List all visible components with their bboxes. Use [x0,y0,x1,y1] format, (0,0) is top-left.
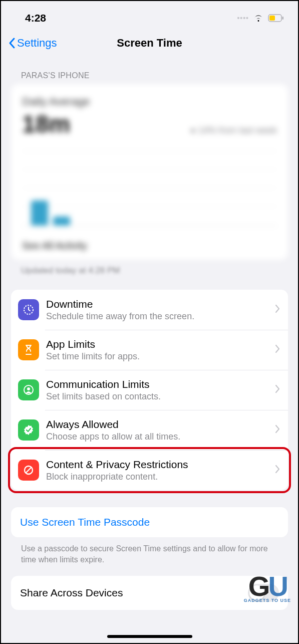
svg-rect-1 [282,17,284,20]
svg-line-7 [26,468,32,473]
chevron-right-icon [275,344,280,355]
home-indicator [107,635,192,638]
back-button[interactable]: Settings [8,37,57,50]
svg-point-5 [27,387,30,390]
share-across-devices-row[interactable]: Share Across Devices [11,576,288,610]
settings-list: Downtime Schedule time away from the scr… [11,290,288,490]
wifi-icon [253,14,264,22]
nav-header: Settings Screen Time [1,29,298,57]
item-title: Communication Limits [46,378,268,391]
item-sub: Block inappropriate content. [46,471,268,483]
item-communication-limits[interactable]: Communication Limits Set limits based on… [11,370,288,410]
item-title: App Limits [46,338,268,351]
chevron-right-icon [275,424,280,436]
item-sub: Schedule time away from the screen. [46,311,268,322]
see-all-activity[interactable]: See All Activity [22,240,277,252]
usage-delta: ● 14% from last week [190,125,277,136]
battery-icon [268,14,284,22]
item-always-allowed[interactable]: Always Allowed Choose apps to allow at a… [11,410,288,450]
share-toggle[interactable] [248,584,279,602]
hourglass-icon [18,339,39,360]
person-circle-icon [18,379,39,400]
item-sub: Choose apps to allow at all times. [46,431,268,443]
item-app-limits[interactable]: App Limits Set time limits for apps. [11,330,288,370]
checkmark-seal-icon [18,419,39,441]
chevron-right-icon [275,304,280,315]
downtime-icon [18,299,39,320]
updated-text: Updated today at 4:28 PM [11,260,288,276]
share-label: Share Across Devices [20,587,123,599]
chevron-left-icon [8,37,16,49]
no-symbol-icon [18,460,39,481]
status-bar: 4:28 •••• [1,1,298,29]
use-screen-time-passcode-link[interactable]: Use Screen Time Passcode [20,516,279,528]
passcode-note: Use a passcode to secure Screen Time set… [11,537,288,565]
item-sub: Set time limits for apps. [46,351,268,362]
chevron-right-icon [275,465,280,476]
item-title: Always Allowed [46,418,268,431]
status-time: 4:28 [25,12,46,24]
status-right: •••• [237,14,284,22]
item-title: Content & Privacy Restrictions [46,458,268,471]
item-downtime[interactable]: Downtime Schedule time away from the scr… [11,290,288,330]
back-label: Settings [17,37,57,50]
svg-rect-2 [269,16,275,21]
usage-value: 18m [22,110,70,138]
item-sub: Set limits based on contacts. [46,391,268,402]
usage-card[interactable]: Daily Average 18m ● 14% from last week S… [11,84,288,260]
item-title: Downtime [46,298,268,311]
section-header-device: PARAS'S IPHONE [11,57,288,84]
passcode-link-row[interactable]: Use Screen Time Passcode [11,507,288,537]
chevron-right-icon [275,384,280,395]
item-content-privacy-restrictions[interactable]: Content & Privacy Restrictions Block ina… [11,450,288,490]
cellular-dots-icon: •••• [237,14,249,22]
usage-chart [22,151,277,226]
usage-label: Daily Average [22,95,277,108]
